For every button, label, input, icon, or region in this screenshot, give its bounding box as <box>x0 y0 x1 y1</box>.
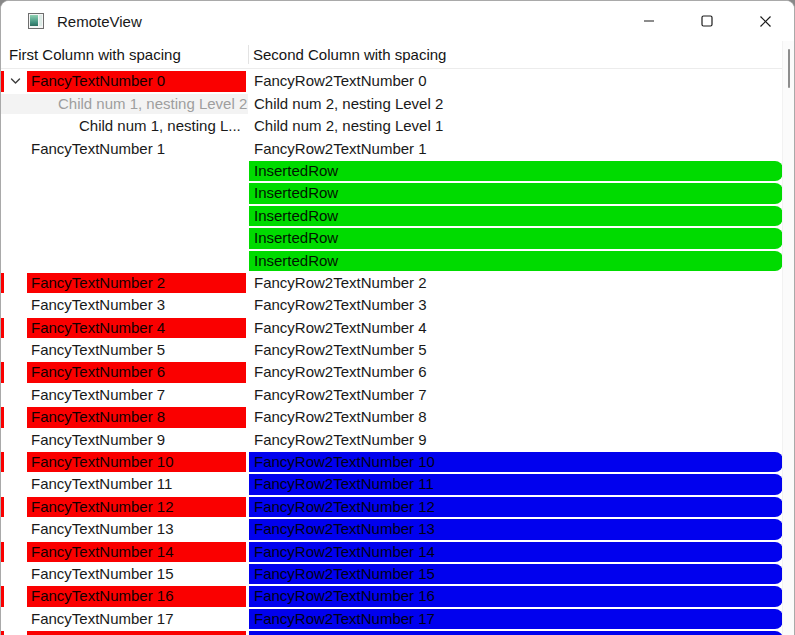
cell-col2[interactable]: FancyRow2TextNumber 13 <box>249 519 783 539</box>
cell-col1[interactable]: FancyTextNumber 7 <box>1 385 249 405</box>
cell-col1[interactable]: FancyTextNumber 9 <box>1 430 249 450</box>
row-col1: FancyTextNumber 2 <box>1 272 249 294</box>
table-row[interactable]: FancyTextNumber 15 FancyRow2TextNumber 1… <box>1 563 784 585</box>
cell-col2[interactable]: FancyRow2TextNumber 6 <box>249 362 784 382</box>
cell-col2[interactable]: FancyRow2TextNumber 11 <box>249 474 783 494</box>
cell-col1[interactable]: FancyTextNumber 2 <box>27 273 246 293</box>
table-row[interactable]: InsertedRow <box>1 182 784 204</box>
cell-col1[interactable]: Child num 1, nesting L... <box>1 116 249 136</box>
cell-col2[interactable]: FancyRow2TextNumber 8 <box>249 407 784 427</box>
row-col1 <box>1 182 249 204</box>
cell-col2[interactable]: FancyRow2TextNumber 14 <box>249 542 783 562</box>
cell-col1[interactable]: FancyTextNumber 0 <box>27 71 246 91</box>
cell-col1[interactable]: FancyTextNumber 3 <box>1 295 249 315</box>
cell-col1[interactable]: FancyTextNumber 8 <box>27 407 246 427</box>
table-row[interactable]: Child num 1, nesting Level 2 Child num 2… <box>1 92 784 114</box>
cell-col1[interactable]: FancyTextNumber 14 <box>27 542 246 562</box>
cell-col2[interactable]: InsertedRow <box>249 251 783 271</box>
maximize-button[interactable] <box>678 1 736 41</box>
row-highlight-sliver <box>1 71 4 91</box>
column-divider[interactable] <box>248 45 249 64</box>
table-row[interactable]: FancyTextNumber 1 FancyRow2TextNumber 1 <box>1 137 784 159</box>
row-col2: FancyRow2TextNumber 1 <box>249 137 784 159</box>
table-row[interactable]: InsertedRow <box>1 160 784 182</box>
vertical-scrollbar[interactable] <box>782 41 794 635</box>
cell-col2[interactable]: FancyRow2TextNumber 1 <box>249 139 784 159</box>
title-bar: RemoteView <box>1 1 794 41</box>
table-row[interactable]: FancyTextNumber 11 FancyRow2TextNumber 1… <box>1 473 784 495</box>
cell-col2[interactable]: Child num 2, nesting Level 1 <box>249 116 784 136</box>
row-col1: FancyTextNumber 3 <box>1 294 249 316</box>
row-col2: FancyRow2TextNumber 4 <box>249 316 784 338</box>
table-row[interactable]: FancyTextNumber 2 FancyRow2TextNumber 2 <box>1 272 784 294</box>
cell-col2[interactable]: FancyRow2TextNumber 7 <box>249 385 784 405</box>
row-col2: FancyRow2TextNumber 5 <box>249 339 784 361</box>
table-row[interactable]: FancyTextNumber 4 FancyRow2TextNumber 4 <box>1 316 784 338</box>
cell-col2[interactable]: FancyRow2TextNumber 2 <box>249 273 784 293</box>
row-col2: Child num 2, nesting Level 2 <box>249 92 784 114</box>
row-col2 <box>249 630 784 635</box>
table-row[interactable]: FancyTextNumber 5 FancyRow2TextNumber 5 <box>1 339 784 361</box>
cell-col2[interactable]: FancyRow2TextNumber 10 <box>249 452 783 472</box>
table-row[interactable]: FancyTextNumber 13 FancyRow2TextNumber 1… <box>1 518 784 540</box>
row-col1: FancyTextNumber 14 <box>1 540 249 562</box>
row-col1: FancyTextNumber 13 <box>1 518 249 540</box>
cell-col1[interactable]: FancyTextNumber 16 <box>27 586 246 606</box>
table-row[interactable]: FancyTextNumber 10 FancyRow2TextNumber 1… <box>1 451 784 473</box>
column-header-first[interactable]: First Column with spacing <box>9 41 181 68</box>
cell-col2[interactable]: FancyRow2TextNumber 9 <box>249 430 784 450</box>
cell-col2[interactable]: InsertedRow <box>249 206 783 226</box>
cell-col1[interactable]: FancyTextNumber 10 <box>27 452 246 472</box>
cell-col2[interactable]: FancyRow2TextNumber 5 <box>249 340 784 360</box>
table-row[interactable]: FancyTextNumber 8 FancyRow2TextNumber 8 <box>1 406 784 428</box>
cell-col2[interactable]: FancyRow2TextNumber 15 <box>249 564 783 584</box>
chevron-down-icon[interactable] <box>10 77 21 85</box>
cell-col1[interactable]: FancyTextNumber 13 <box>1 519 249 539</box>
cell-col1[interactable]: FancyTextNumber 1 <box>1 139 249 159</box>
cell-col2[interactable]: FancyRow2TextNumber 12 <box>249 497 783 517</box>
column-header-second[interactable]: Second Column with spacing <box>253 41 446 68</box>
cell-col1[interactable]: FancyTextNumber 11 <box>1 474 249 494</box>
table-row[interactable]: FancyTextNumber 0 FancyRow2TextNumber 0 <box>1 70 784 92</box>
cell-col1[interactable]: FancyTextNumber 4 <box>27 318 246 338</box>
row-col1: FancyTextNumber 9 <box>1 428 249 450</box>
table-row[interactable]: FancyTextNumber 7 FancyRow2TextNumber 7 <box>1 383 784 405</box>
table-row[interactable]: FancyTextNumber 17 FancyRow2TextNumber 1… <box>1 607 784 629</box>
table-row[interactable]: FancyTextNumber 16 FancyRow2TextNumber 1… <box>1 585 784 607</box>
cell-col2[interactable]: InsertedRow <box>249 161 783 181</box>
cell-col1[interactable]: FancyTextNumber 12 <box>27 497 246 517</box>
cell-col1[interactable]: FancyTextNumber 5 <box>1 340 249 360</box>
table-row[interactable]: InsertedRow <box>1 227 784 249</box>
caption-buttons <box>620 1 794 41</box>
cell-col2[interactable]: FancyRow2TextNumber 3 <box>249 295 784 315</box>
table-row[interactable]: FancyTextNumber 14 FancyRow2TextNumber 1… <box>1 540 784 562</box>
cell-col1[interactable] <box>27 631 246 635</box>
minimize-icon <box>643 15 655 27</box>
table-row[interactable]: Child num 1, nesting L... Child num 2, n… <box>1 115 784 137</box>
cell-col1[interactable]: Child num 1, nesting Level 2 <box>1 94 248 114</box>
cell-col2[interactable]: Child num 2, nesting Level 2 <box>249 94 784 114</box>
cell-col2[interactable]: FancyRow2TextNumber 4 <box>249 318 784 338</box>
table-row[interactable] <box>1 630 784 635</box>
close-button[interactable] <box>736 1 794 41</box>
table-row[interactable]: InsertedRow <box>1 204 784 226</box>
table-row[interactable]: FancyTextNumber 3 FancyRow2TextNumber 3 <box>1 294 784 316</box>
cell-col2[interactable]: FancyRow2TextNumber 17 <box>249 609 783 629</box>
cell-col2[interactable]: FancyRow2TextNumber 0 <box>249 71 784 91</box>
minimize-button[interactable] <box>620 1 678 41</box>
cell-col2[interactable]: InsertedRow <box>249 228 783 248</box>
row-highlight-sliver <box>1 318 4 338</box>
cell-col1[interactable]: FancyTextNumber 15 <box>1 564 249 584</box>
cell-col2[interactable] <box>249 631 783 635</box>
row-col1: FancyTextNumber 1 <box>1 137 249 159</box>
table-row[interactable]: FancyTextNumber 9 FancyRow2TextNumber 9 <box>1 428 784 450</box>
row-highlight-sliver <box>1 586 4 606</box>
table-row[interactable]: FancyTextNumber 12 FancyRow2TextNumber 1… <box>1 495 784 517</box>
table-row[interactable]: FancyTextNumber 6 FancyRow2TextNumber 6 <box>1 361 784 383</box>
cell-col2[interactable]: InsertedRow <box>249 183 783 203</box>
cell-col1[interactable]: FancyTextNumber 17 <box>1 609 249 629</box>
table-row[interactable]: InsertedRow <box>1 249 784 271</box>
cell-col2[interactable]: FancyRow2TextNumber 16 <box>249 586 783 606</box>
cell-col1[interactable]: FancyTextNumber 6 <box>27 362 246 382</box>
scrollbar-thumb[interactable] <box>788 49 790 88</box>
